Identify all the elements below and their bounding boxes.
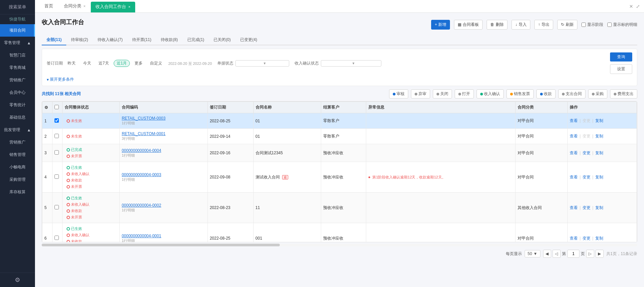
doc-status-select[interactable]: ▼ bbox=[235, 60, 289, 67]
prev-page-btn[interactable]: ◁ bbox=[553, 250, 561, 258]
sidebar-item-marketing[interactable]: 营销推广 bbox=[0, 74, 35, 86]
sub-contract-action-btn[interactable]: 支出合同 bbox=[558, 89, 585, 98]
view-op-btn[interactable]: 查看 bbox=[570, 118, 578, 123]
view-op-btn[interactable]: 查看 bbox=[570, 236, 578, 241]
tab-close-income-contract[interactable]: × bbox=[128, 5, 130, 9]
show-labels-checkbox[interactable]: 显示标的明细 bbox=[607, 22, 637, 28]
sidebar-item-inventory[interactable]: 库存核算 bbox=[0, 186, 35, 198]
expense-action-btn[interactable]: 费用支出 bbox=[610, 89, 637, 98]
abandon-action-btn[interactable]: 弃审 bbox=[411, 89, 430, 98]
query-button[interactable]: 查询 bbox=[610, 52, 632, 62]
page-size-select[interactable]: 50 ▼ bbox=[525, 250, 540, 257]
copy-op-btn[interactable]: 复制 bbox=[595, 236, 603, 241]
row-checkbox[interactable] bbox=[52, 129, 63, 144]
view-op-btn[interactable]: 查看 bbox=[570, 175, 578, 179]
copy-op-btn[interactable]: 复制 bbox=[595, 134, 603, 138]
date-btn-today[interactable]: 今天 bbox=[80, 60, 94, 67]
row-checkbox[interactable] bbox=[52, 223, 63, 243]
first-page-btn[interactable]: ◀ bbox=[543, 250, 551, 258]
contract-code-link[interactable]: RETAIL_CUSTOM-0003 bbox=[122, 116, 165, 121]
sub-tab-changed[interactable]: 已变更(4) bbox=[235, 35, 262, 45]
contract-code-link[interactable]: 0000000000004-0001 bbox=[122, 234, 161, 238]
sub-tab-closed[interactable]: 已关闭(0) bbox=[209, 35, 235, 45]
tab-close-contract-category[interactable]: × bbox=[83, 4, 85, 8]
sidebar-item-project[interactable]: 项目合同 bbox=[0, 24, 35, 37]
contract-code-link[interactable]: RETAIL_CUSTOM-0001 bbox=[122, 131, 165, 136]
window-maximize-icon[interactable]: ⤢ bbox=[636, 4, 640, 9]
copy-op-btn[interactable]: 复制 bbox=[595, 205, 603, 210]
sidebar-item-retail-mall[interactable]: 零售商城 bbox=[0, 62, 35, 74]
invoice-action-btn[interactable]: 销售发票 bbox=[506, 89, 534, 98]
sub-tab-all[interactable]: 全部(11) bbox=[42, 35, 66, 45]
col-customer[interactable]: 结算客户 bbox=[321, 102, 366, 113]
copy-op-btn[interactable]: 复制 bbox=[595, 118, 603, 123]
income-confirm-action-btn[interactable]: 收入确认 bbox=[477, 89, 504, 98]
page-input[interactable] bbox=[567, 250, 579, 258]
set-button[interactable]: 设置 bbox=[610, 64, 632, 74]
edit-op-btn[interactable]: 变更 bbox=[582, 175, 591, 179]
col-settings[interactable]: ⚙ bbox=[42, 102, 52, 113]
sub-tab-pending-invoice[interactable]: 待开票(11) bbox=[127, 35, 156, 45]
col-category[interactable]: 合同分类 bbox=[515, 102, 567, 113]
view-op-btn[interactable]: 查看 bbox=[570, 151, 578, 155]
contract-code-link[interactable]: 0000000000004-0002 bbox=[122, 203, 161, 208]
contract-code-link[interactable]: 0000000000004-0004 bbox=[122, 148, 161, 153]
collection-action-btn[interactable]: 收款 bbox=[536, 89, 556, 98]
view-op-btn[interactable]: 查看 bbox=[570, 205, 578, 210]
tab-income-contract[interactable]: 收入合同工作台 × bbox=[91, 2, 135, 12]
col-status[interactable]: 合同整体状态 bbox=[63, 102, 120, 113]
sidebar-search[interactable]: 搜索菜单 bbox=[0, 0, 35, 14]
purchase-action-btn[interactable]: 采购 bbox=[588, 89, 607, 98]
date-btn-1month[interactable]: 近1月 bbox=[114, 60, 130, 67]
sidebar-item-quick-nav[interactable]: 快捷导航 bbox=[0, 14, 35, 24]
row-checkbox[interactable] bbox=[52, 113, 63, 129]
delete-button[interactable]: 🗑 删除 bbox=[487, 20, 507, 30]
edit-op-btn[interactable]: 变更 bbox=[582, 205, 591, 210]
date-btn-yesterday[interactable]: 昨天 bbox=[65, 60, 78, 67]
sidebar-item-smart-store[interactable]: 智慧门店 bbox=[0, 49, 35, 62]
add-button[interactable]: + 新增 bbox=[431, 20, 450, 30]
view-op-btn[interactable]: 查看 bbox=[570, 134, 578, 138]
scroll-thumb[interactable] bbox=[42, 244, 280, 246]
date-btn-custom[interactable]: 自定义 bbox=[147, 60, 165, 67]
date-btn-more[interactable]: 更多 bbox=[132, 60, 145, 67]
sub-tab-pending-income-confirm[interactable]: 待收入确认(7) bbox=[93, 35, 127, 45]
col-name[interactable]: 合同名称 bbox=[253, 102, 321, 113]
sidebar-item-xiaochang[interactable]: 小畅电商 bbox=[0, 161, 35, 173]
sidebar-item-marketing2[interactable]: 营销推广 bbox=[0, 136, 35, 149]
sidebar-item-sales-mgmt[interactable]: 销售管理 bbox=[0, 149, 35, 161]
window-close-icon[interactable]: ✕ bbox=[629, 4, 633, 9]
sidebar-item-retail-stats[interactable]: 零售统计 bbox=[0, 99, 35, 111]
open-action-btn[interactable]: 打开 bbox=[455, 89, 474, 98]
sidebar-item-purchase[interactable]: 采购管理 bbox=[0, 173, 35, 186]
copy-op-btn[interactable]: 复制 bbox=[595, 175, 603, 179]
sidebar-item-retail-mgmt[interactable]: 零售管理 ▲ bbox=[0, 37, 35, 49]
col-abnormal[interactable]: 异常信息 bbox=[366, 102, 515, 113]
col-checkbox[interactable] bbox=[52, 102, 63, 113]
sub-tab-pending-collection[interactable]: 待收款(8) bbox=[156, 35, 183, 45]
edit-op-btn[interactable]: 变更 bbox=[582, 151, 591, 155]
row-checkbox[interactable] bbox=[52, 193, 63, 223]
expand-filter-button[interactable]: ▾ 展开更多条件 bbox=[47, 77, 632, 82]
show-fields-checkbox[interactable]: 显示阶段 bbox=[581, 22, 603, 28]
sidebar-item-member[interactable]: 会员中心 bbox=[0, 86, 35, 99]
col-operation[interactable]: 操作 bbox=[568, 102, 637, 113]
last-page-btn[interactable]: ▶ bbox=[596, 250, 604, 258]
sidebar-settings[interactable]: ⚙ bbox=[0, 273, 35, 287]
sub-tab-completed[interactable]: 已完成(1) bbox=[183, 35, 209, 45]
horizontal-scrollbar[interactable] bbox=[42, 244, 637, 246]
copy-op-btn[interactable]: 复制 bbox=[595, 151, 603, 155]
sub-tab-pending-review[interactable]: 待审核(2) bbox=[66, 35, 93, 45]
kanban-button[interactable]: ▦ 合同看板 bbox=[454, 20, 483, 30]
edit-op-btn[interactable]: 变更 bbox=[582, 236, 591, 241]
col-code[interactable]: 合同编码 bbox=[119, 102, 207, 113]
close-action-btn[interactable]: 关闭 bbox=[433, 89, 452, 98]
row-checkbox[interactable] bbox=[52, 162, 63, 193]
sidebar-item-basic-info[interactable]: 基础信息 bbox=[0, 111, 35, 124]
sidebar-item-wholesale[interactable]: 批发管理 ▲ bbox=[0, 124, 35, 136]
contract-code-link[interactable]: 0000000000004-0003 bbox=[122, 172, 161, 177]
import-button[interactable]: ↓ 导入 bbox=[512, 20, 530, 30]
export-button[interactable]: ↑ 导出 bbox=[534, 20, 553, 30]
date-btn-7days[interactable]: 近7天 bbox=[96, 60, 112, 67]
refresh-button[interactable]: ↻ 刷新 bbox=[557, 20, 577, 30]
